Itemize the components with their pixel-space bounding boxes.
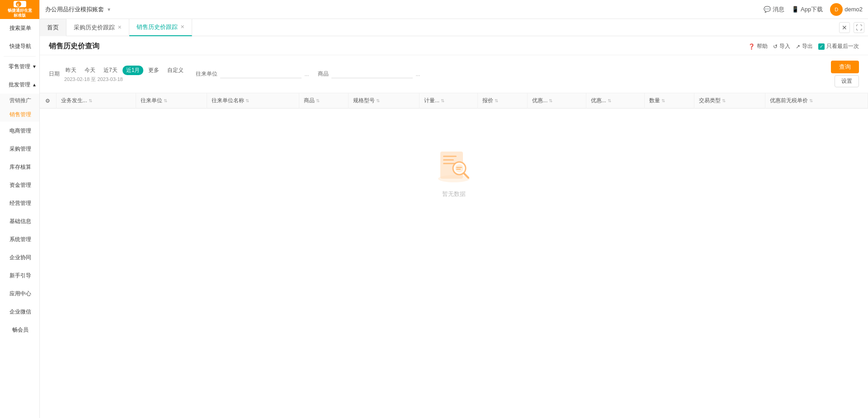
tab-bar: 首页 采购历史价跟踪 ✕ 销售历史价跟踪 ✕ ✕ ⛶ (40, 19, 868, 36)
sidebar-item-operations[interactable]: 经营管理 (0, 194, 39, 212)
sidebar-item-wechat[interactable]: 企业微信 (0, 303, 39, 321)
help-button[interactable]: ❓ 帮助 (748, 43, 768, 50)
header-dropdown-icon[interactable]: ▾ (108, 6, 110, 13)
svg-point-8 (455, 164, 463, 172)
date-btn-7days[interactable]: 近7天 (100, 66, 121, 75)
table-header: ⚙ 业务发生... ⇅ 往来单位 ⇅ (40, 93, 868, 109)
th-discount1[interactable]: 优惠... ⇅ (528, 93, 586, 109)
settings-button[interactable]: 设置 (835, 75, 859, 87)
maximize-button[interactable]: ⛶ (854, 22, 864, 33)
last-once-checkbox[interactable]: ✓ 只看最后一次 (818, 43, 859, 50)
sort-icon: ⇅ (809, 98, 813, 103)
help-label: 帮助 (757, 43, 768, 50)
sidebar-sub-item-marketing[interactable]: 营销推广 (0, 94, 39, 108)
header-right: 💬 消息 📱 App下载 D demo2 (764, 3, 863, 16)
sidebar-item-vip[interactable]: 畅会员 (0, 321, 39, 339)
date-btn-more[interactable]: 更多 (145, 66, 162, 75)
date-label: 日期 (49, 70, 60, 78)
sidebar-item-label: 批发管理 (6, 81, 33, 89)
date-btn-yesterday[interactable]: 昨天 (62, 66, 80, 75)
sidebar: 6 畅捷通好生意 标准版 搜索菜单 快捷导航 零售管理 ▾ 批发管理 ▴ 营销推… (0, 0, 40, 418)
page-title: 销售历史价查询 (49, 42, 99, 51)
import-button[interactable]: ↺ 导入 (773, 43, 790, 50)
th-trade-type[interactable]: 交易类型 ⇅ (694, 93, 765, 109)
sidebar-item-quicknav[interactable]: 快捷导航 (0, 37, 39, 55)
sidebar-item-search[interactable]: 搜索菜单 (0, 19, 39, 37)
sidebar-item-ecommerce[interactable]: 电商管理 (0, 122, 39, 140)
sort-icon: ⇅ (549, 98, 552, 103)
sidebar-sub-item-sales[interactable]: 销售管理 (0, 108, 39, 122)
import-icon: ↺ (773, 43, 778, 50)
sidebar-item-purchase[interactable]: 采购管理 (0, 140, 39, 158)
sidebar-item-label: 畅会员 (12, 326, 28, 334)
sidebar-item-retail[interactable]: 零售管理 ▾ (0, 57, 39, 76)
message-icon: 💬 (764, 6, 771, 13)
top-header: 办公用品行业模拟账套 ▾ 💬 消息 📱 App下载 D demo2 (40, 0, 868, 19)
date-btn-custom[interactable]: 自定义 (164, 66, 187, 75)
th-unit[interactable]: 计量... ⇅ (420, 93, 478, 109)
date-btn-1month[interactable]: 近1月 (123, 66, 144, 75)
sidebar-item-label: 零售管理 (6, 63, 33, 71)
sidebar-item-label: 企业协同 (9, 254, 31, 261)
avatar: D (830, 3, 843, 16)
th-pretax-price[interactable]: 优惠前无税单价 ⇅ (765, 93, 868, 109)
tab-home[interactable]: 首页 (40, 19, 66, 36)
sidebar-item-appcenter[interactable]: 应用中心 (0, 285, 39, 303)
message-button[interactable]: 💬 消息 (764, 5, 784, 14)
sidebar-item-inventory[interactable]: 库存核算 (0, 158, 39, 176)
chevron-up-icon: ▴ (33, 81, 36, 88)
export-button[interactable]: ↗ 导出 (796, 43, 813, 50)
partner-input[interactable] (220, 70, 302, 78)
sidebar-divider (4, 56, 36, 57)
sidebar-item-label: 经营管理 (9, 200, 31, 207)
th-quote[interactable]: 报价 ⇅ (478, 93, 528, 109)
sidebar-item-guide[interactable]: 新手引导 (0, 266, 39, 285)
th-label: 优惠前无税单价 (770, 97, 808, 104)
sidebar-item-system[interactable]: 系统管理 (0, 230, 39, 248)
logo-icon: 6 (14, 1, 26, 7)
query-button[interactable]: 查询 (831, 61, 859, 73)
sort-icon: ⇅ (661, 98, 665, 103)
sidebar-item-wholesale[interactable]: 批发管理 ▴ (0, 76, 39, 94)
partner-filter-group: 往来单位 ... (196, 70, 309, 78)
app-download-button[interactable]: 📱 App下载 (792, 5, 823, 14)
sort-icon: ⇅ (495, 98, 498, 103)
svg-rect-5 (443, 159, 454, 161)
checkbox-icon: ✓ (818, 43, 825, 50)
th-label: 优惠... (532, 97, 547, 104)
tab-purchase-history[interactable]: 采购历史价跟踪 ✕ (66, 19, 129, 36)
sort-icon: ⇅ (722, 98, 726, 103)
import-label: 导入 (779, 43, 790, 50)
th-discount2[interactable]: 优惠... ⇅ (586, 93, 644, 109)
th-label: 计量... (424, 97, 439, 104)
sidebar-item-finance[interactable]: 资金管理 (0, 176, 39, 194)
message-label: 消息 (773, 5, 784, 14)
tab-sales-history[interactable]: 销售历史价跟踪 ✕ (129, 19, 192, 36)
product-dots[interactable]: ... (415, 71, 420, 77)
th-product[interactable]: 商品 ⇅ (299, 93, 349, 109)
th-partner-code[interactable]: 往来单位 ⇅ (136, 93, 207, 109)
th-partner-name[interactable]: 往来单位名称 ⇅ (207, 93, 299, 109)
close-tab-button[interactable]: ✕ (839, 22, 850, 33)
page-content: 销售历史价查询 ❓ 帮助 ↺ 导入 ↗ 导出 ✓ 只看最后一次 (40, 36, 868, 418)
sidebar-item-label: 快捷导航 (9, 43, 31, 50)
mobile-icon: 📱 (792, 6, 799, 13)
sidebar-item-basic[interactable]: 基础信息 (0, 212, 39, 230)
partner-dots[interactable]: ... (304, 71, 309, 77)
sidebar-item-label: 库存核算 (9, 163, 31, 171)
date-btn-today[interactable]: 今天 (81, 66, 99, 75)
th-gear[interactable]: ⚙ (40, 93, 56, 109)
user-profile[interactable]: D demo2 (830, 3, 863, 16)
product-filter-group: 商品 ... (318, 70, 420, 78)
sidebar-item-enterprise[interactable]: 企业协同 (0, 248, 39, 266)
th-quantity[interactable]: 数量 ⇅ (645, 93, 694, 109)
th-label: 报价 (482, 97, 493, 104)
th-biz-date[interactable]: 业务发生... ⇅ (56, 93, 136, 109)
product-input[interactable] (331, 70, 413, 78)
tab-close-icon[interactable]: ✕ (180, 24, 184, 29)
th-spec[interactable]: 规格型号 ⇅ (349, 93, 420, 109)
tab-close-icon[interactable]: ✕ (118, 25, 122, 30)
th-label: 往来单位 (141, 97, 162, 104)
sidebar-item-label: 应用中心 (9, 290, 31, 298)
th-label: 往来单位名称 (212, 97, 244, 104)
